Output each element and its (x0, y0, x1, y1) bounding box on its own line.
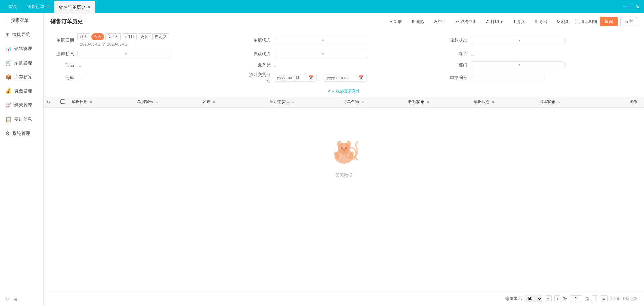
sidebar-item-purchase[interactable]: 🛒 采购管理 (0, 56, 43, 70)
filter-status-cell: 单据状态 ▼ (247, 33, 441, 47)
delivery-date-from[interactable]: 📅 (274, 74, 317, 82)
query-button[interactable]: 查询 (600, 17, 618, 26)
filter-salesperson-dots[interactable]: ... (274, 62, 278, 68)
minimize-button[interactable]: ─ (623, 4, 627, 10)
inventory-icon: 📦 (5, 74, 12, 80)
tab-sales-order[interactable]: 销售订单 ✕ (22, 0, 54, 13)
date-7days[interactable]: 近7天 (105, 33, 121, 40)
filter-outstock-select[interactable]: ▼ (77, 51, 171, 58)
date-yesterday[interactable]: 昨天 (77, 33, 90, 40)
first-page-button[interactable]: « (545, 295, 552, 302)
date-today[interactable]: 今天 (91, 33, 104, 40)
filter-complete-label: 完成状态 (247, 51, 274, 58)
filter-goods-dots[interactable]: ... (77, 62, 81, 68)
filter-dept-select[interactable]: ▼ (471, 61, 565, 68)
table-area: ⚙ 单据日期 ⇅ 单据编号 ⇅ 客户 (44, 96, 644, 292)
page-title: 销售订单历史 (50, 18, 83, 25)
th-settings[interactable]: ⚙ (44, 96, 57, 108)
stop-button[interactable]: ⊘ 中止 (430, 17, 449, 26)
svg-point-5 (337, 141, 342, 147)
cancel-stop-button[interactable]: ↩ 取消中止 (452, 17, 479, 26)
filter-orderno-input[interactable] (471, 76, 545, 79)
th-orderno[interactable]: 单据编号 ⇅ (134, 96, 199, 108)
filter-complete-cell: 完成状态 ▼ (247, 51, 441, 58)
th-amount[interactable]: 订单金额 ⇅ (340, 96, 405, 108)
sidebar-item-sales[interactable]: 📊 销售管理 (0, 42, 43, 56)
th-checkbox[interactable] (57, 96, 68, 108)
refresh-button[interactable]: ↻ 刷新 (553, 17, 572, 26)
close-tab-sales-history[interactable]: ✕ (87, 5, 91, 10)
collapse-filters[interactable]: ∧ ∧ 收起更多条件 (44, 87, 644, 96)
th-date[interactable]: 单据日期 ⇅ (68, 96, 134, 108)
export-button[interactable]: ⬆ 导出 (531, 17, 550, 26)
sidebar-item-quicknav[interactable]: ⊞ 快捷导航 (0, 28, 43, 42)
sidebar-settings-icon[interactable]: ⚙ (5, 297, 9, 302)
filter-orderno-cell: 单据编号 (444, 72, 637, 84)
filter-complete-select[interactable]: ▼ (274, 51, 368, 58)
outstock-dropdown-icon: ▼ (124, 52, 168, 56)
top-bar: 首页 销售订单 ✕ 销售订单历史 ✕ ─ □ ✕ (0, 0, 644, 13)
th-out-status[interactable]: 出库状态 ⇅ (536, 96, 601, 108)
delete-button[interactable]: 🗑 删除 (408, 17, 428, 26)
filter-receipt-select[interactable]: ▼ (471, 37, 565, 44)
th-delivery[interactable]: 预计交货... ⇅ (266, 96, 339, 108)
tab-sales-order-history[interactable]: 销售订单历史 ✕ (54, 1, 95, 14)
sidebar-item-finance[interactable]: 💰 资金管理 (0, 84, 43, 98)
filter-row-2: 出库状态 ▼ 完成状态 ▼ 客户 ... (44, 51, 644, 61)
new-button[interactable]: + 新增 (387, 17, 405, 26)
filter-section: 单据日期 昨天 今天 近7天 近1月 更多 自定义 2023-06-02 至 2… (44, 30, 644, 96)
th-order-status[interactable]: 单据状态 ⇅ (470, 96, 536, 108)
finance-icon: 💰 (5, 88, 12, 94)
show-details-checkbox[interactable] (575, 20, 579, 24)
quicknav-icon: ⊞ (5, 32, 10, 38)
date-1month[interactable]: 近1月 (122, 33, 137, 40)
sidebar-item-search[interactable]: ≡ 搜索菜单 (0, 13, 43, 28)
sidebar-item-basic[interactable]: 📋 基础信息 (0, 112, 43, 126)
sort-delivery-icon: ⇅ (291, 100, 294, 104)
last-page-button[interactable]: » (601, 295, 608, 302)
setting-button[interactable]: 设置 (620, 17, 637, 26)
page-number-input[interactable] (570, 295, 582, 302)
basic-icon: 📋 (5, 116, 12, 122)
delivery-to-input[interactable] (327, 75, 357, 80)
maximize-button[interactable]: □ (630, 4, 633, 10)
svg-point-2 (341, 147, 343, 149)
page-header: 销售订单历史 + 新增 🗑 删除 ⊘ 中止 ↩ 取消中止 🖨 打印 ▼ ⬇ 导入… (44, 13, 644, 30)
filter-status-select[interactable]: ▼ (274, 37, 368, 44)
svg-point-6 (346, 141, 351, 147)
data-table: ⚙ 单据日期 ⇅ 单据编号 ⇅ 客户 (44, 96, 644, 205)
receipt-dropdown-icon: ▼ (518, 39, 562, 42)
prev-page-button[interactable]: ‹ (554, 295, 560, 302)
filter-goods-label: 商品 (50, 62, 77, 68)
sidebar-collapse-icon[interactable]: ◀ (13, 297, 17, 302)
sort-order-status-icon: ⇅ (492, 100, 495, 104)
close-button[interactable]: ✕ (636, 4, 640, 10)
delivery-from-input[interactable] (277, 75, 307, 80)
complete-dropdown-icon: ▼ (321, 52, 365, 56)
filter-dept-cell: 部门 ▼ (444, 61, 637, 68)
filter-customer-cell: 客户 ... (444, 51, 637, 58)
select-all-checkbox[interactable] (60, 99, 65, 104)
show-details-label[interactable]: 显示明细 (575, 19, 597, 25)
next-page-button[interactable]: › (592, 295, 598, 302)
th-customer[interactable]: 客户 ⇅ (199, 96, 266, 108)
filter-warehouse-dots[interactable]: ... (77, 75, 81, 80)
date-shortcuts: 昨天 今天 近7天 近1月 更多 自定义 (77, 33, 169, 40)
sort-date-icon: ⇅ (90, 100, 92, 104)
toolbar: + 新增 🗑 删除 ⊘ 中止 ↩ 取消中止 🖨 打印 ▼ ⬇ 导入 ⬆ 导出 ↻… (387, 17, 637, 26)
sidebar-item-inventory[interactable]: 📦 库存核算 (0, 70, 43, 84)
delivery-date-to[interactable]: 📅 (324, 74, 367, 82)
filter-row-3: 商品 ... 业务员 ... 部门 ▼ (44, 61, 644, 72)
filter-warehouse-label: 仓库 (50, 75, 77, 81)
sidebar-item-system[interactable]: ⚙ 系统管理 (0, 126, 43, 141)
date-custom[interactable]: 自定义 (152, 33, 169, 40)
sidebar-item-operations[interactable]: 📈 经营管理 (0, 98, 43, 112)
page-size-select[interactable]: 50 10 20 100 (525, 295, 542, 302)
th-receipt-status[interactable]: 收款状态 ⇅ (405, 96, 470, 108)
tab-home[interactable]: 首页 (4, 0, 22, 13)
print-button[interactable]: 🖨 打印 ▼ (482, 17, 507, 26)
close-tab-sales-order[interactable]: ✕ (46, 4, 50, 9)
import-button[interactable]: ⬇ 导入 (509, 17, 528, 26)
date-more[interactable]: 更多 (138, 33, 151, 40)
filter-customer-dots[interactable]: ... (471, 52, 475, 57)
